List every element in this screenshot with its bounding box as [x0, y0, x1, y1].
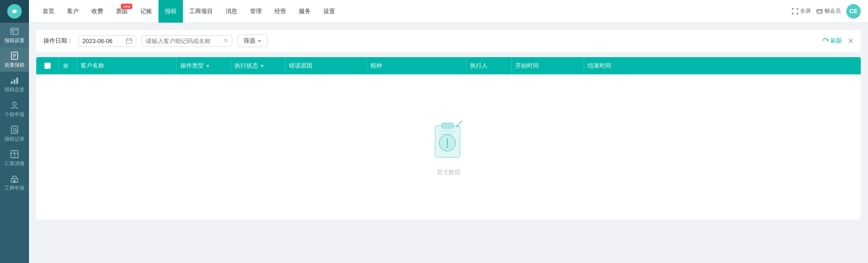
filter-button[interactable]: 筛选 [238, 34, 268, 47]
content-area: 操作日期： [29, 23, 868, 263]
nav-item-shouye[interactable]: 首页 [36, 0, 61, 23]
nav-label-fuwu: 服务 [299, 7, 311, 15]
baoshui-zonlan-icon [10, 75, 19, 85]
nav-item-fuwu[interactable]: 服务 [293, 0, 317, 23]
sidebar-label-zonlan: 报税总览 [5, 87, 24, 93]
refresh-icon [822, 38, 829, 44]
th-start-time: 开始时间 [512, 57, 584, 74]
close-button[interactable]: ✕ [848, 37, 854, 45]
search-icon [224, 38, 228, 44]
nav-item-jingying[interactable]: 经营 [268, 0, 293, 23]
filter-bar: 操作日期： [36, 30, 861, 52]
sidebar-item-baoshui-jilu[interactable]: 报税记录 [0, 121, 29, 146]
svg-rect-4 [12, 31, 14, 33]
sidebar-label-baoshui-shezhi: 报税设置 [5, 38, 24, 44]
chevron-down-icon [257, 39, 262, 43]
th-error-reason: 错误原因 [285, 57, 367, 74]
sidebar-item-huisuan[interactable]: 汇算清缴 [0, 146, 29, 170]
svg-point-12 [13, 102, 16, 106]
filter-btn-label: 筛选 [244, 37, 255, 45]
baoshui-shezhi-icon [10, 26, 19, 36]
header-checkbox[interactable] [44, 63, 51, 69]
sort-icon-operation: ▼ [206, 63, 210, 68]
svg-point-35 [446, 146, 448, 148]
refresh-label: 刷新 [830, 37, 842, 45]
member-icon [816, 8, 823, 15]
th-tax-type: 税种 [367, 57, 466, 74]
svg-point-30 [65, 65, 67, 67]
settings-icon [62, 63, 69, 69]
sidebar-label-geshui: 个税申报 [5, 112, 24, 117]
nav-item-jizhang[interactable]: 记账 [134, 0, 158, 23]
fullscreen-button[interactable]: 全屏 [792, 7, 811, 15]
svg-point-1 [13, 10, 16, 13]
user-initials: CE [849, 8, 858, 15]
topnav-right: 全屏 畅会员 CE [792, 4, 861, 19]
nav-item-guanli[interactable]: 管理 [244, 0, 268, 23]
table-body: 暂无数据 [36, 74, 861, 219]
nav-item-baoshui[interactable]: 报税 [158, 0, 183, 23]
app-logo[interactable] [7, 4, 22, 19]
svg-line-29 [227, 42, 228, 43]
th-customer-name: 客户名称 [77, 57, 177, 74]
huisuan-icon [10, 149, 19, 159]
sidebar-label-jilu: 报税记录 [5, 136, 24, 142]
member-button[interactable]: 畅会员 [816, 7, 841, 15]
user-avatar[interactable]: CE [846, 4, 861, 19]
svg-rect-9 [11, 81, 13, 84]
search-wrapper[interactable] [142, 35, 232, 47]
nav-label-shezhi: 设置 [323, 7, 335, 15]
refresh-button[interactable]: 刷新 [822, 37, 842, 45]
piaoju-badge: new [121, 4, 132, 9]
svg-rect-11 [16, 78, 18, 84]
th-settings[interactable] [59, 57, 77, 74]
gongshang-nianbao-icon [10, 174, 19, 184]
nav-label-shouye: 首页 [43, 7, 54, 15]
table-header: 客户名称 操作类型 ▼ 执行状态 ▼ 错误原因 税种 [36, 57, 861, 74]
search-input[interactable] [146, 38, 222, 44]
sidebar-item-baoshui-shezhi[interactable]: 报税设置 [0, 23, 29, 47]
top-navigation: 首页 客户 收费 票据 new 记账 报税 工商项目 消息 管理 经营 [29, 0, 868, 23]
th-executor: 执行人 [466, 57, 512, 74]
empty-illustration [428, 117, 469, 163]
member-label: 畅会员 [825, 7, 841, 15]
nav-label-xiaoxi: 消息 [225, 7, 237, 15]
svg-rect-2 [11, 28, 18, 34]
svg-rect-32 [442, 123, 453, 128]
nav-item-kehu[interactable]: 客户 [61, 0, 85, 23]
th-operation-type[interactable]: 操作类型 ▼ [177, 57, 231, 74]
svg-point-28 [224, 39, 227, 42]
svg-rect-22 [817, 10, 822, 13]
nav-label-kehu: 客户 [67, 7, 79, 15]
calendar-icon [126, 38, 132, 44]
sort-icon-status: ▼ [260, 63, 264, 68]
sidebar-label-huisuan: 汇算清缴 [5, 161, 24, 166]
fullscreen-icon [792, 8, 798, 15]
sidebar: 报税设置 批量报税 报税总览 [0, 0, 29, 263]
sidebar-item-piliang-baoshui[interactable]: 批量报税 [0, 47, 29, 72]
nav-item-piaoju[interactable]: 票据 new [110, 0, 134, 23]
date-input-wrapper[interactable] [78, 35, 136, 47]
nav-item-shoufei[interactable]: 收费 [85, 0, 110, 23]
sidebar-label-piliang: 批量报税 [5, 62, 24, 68]
th-checkbox[interactable] [36, 57, 59, 74]
nav-item-shezhi[interactable]: 设置 [317, 0, 341, 23]
nav-item-gongshang[interactable]: 工商项目 [183, 0, 219, 23]
main-area: 首页 客户 收费 票据 new 记账 报税 工商项目 消息 管理 经营 [29, 0, 868, 263]
baoshui-jilu-icon [10, 125, 19, 135]
sidebar-logo [0, 0, 29, 23]
nav-label-shoufei: 收费 [91, 7, 103, 15]
sidebar-item-geshui[interactable]: 个税申报 [0, 97, 29, 121]
sidebar-item-baoshui-zonlan[interactable]: 报税总览 [0, 72, 29, 96]
svg-rect-24 [126, 39, 132, 44]
filter-bar-right: 刷新 ✕ [822, 37, 854, 45]
fullscreen-label: 全屏 [800, 7, 811, 15]
date-input[interactable] [82, 38, 123, 44]
page-content: 操作日期： [29, 23, 868, 263]
sidebar-label-gongshang: 工商年报 [5, 185, 24, 191]
sidebar-item-gongshang-nianbao[interactable]: 工商年报 [0, 170, 29, 195]
svg-rect-21 [14, 180, 15, 182]
nav-item-xiaoxi[interactable]: 消息 [219, 0, 244, 23]
th-execution-status[interactable]: 执行状态 ▼ [231, 57, 285, 74]
piliang-baoshui-icon [10, 51, 19, 61]
